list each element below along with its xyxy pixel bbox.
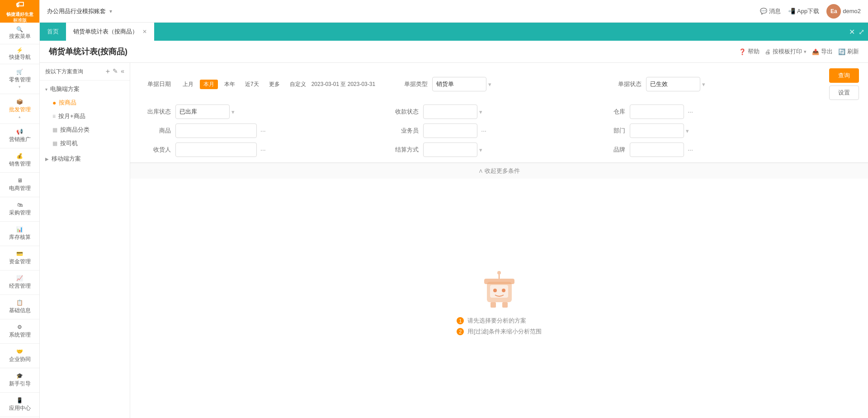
svg-point-8 xyxy=(497,271,501,275)
svg-rect-5 xyxy=(491,302,496,308)
sidebar-item-marketing[interactable]: 📢 营销推广 xyxy=(0,124,39,148)
add-scheme-icon[interactable]: + xyxy=(106,67,110,76)
edit-scheme-icon[interactable]: ✎ xyxy=(113,67,118,76)
export-btn[interactable]: 📤 导出 xyxy=(812,48,833,56)
filter-cell-date: 单据日期 上月 本月 本年 近7天 更多 自定义 2023-03-01 至 20… xyxy=(139,80,396,89)
business-icon: 📈 xyxy=(16,275,23,281)
empty-state: 1 请先选择要分析的方案 2 用[过滤]条件来缩小分析范围 xyxy=(130,179,868,418)
payment-input[interactable] xyxy=(423,104,477,119)
sales-label: 销售管理 xyxy=(9,160,31,168)
sidebar-item-ecommerce[interactable]: 🖥 电商管理 xyxy=(0,173,39,197)
tab-sales-stats[interactable]: 销货单统计表（按商品） ✕ xyxy=(66,23,154,41)
filter-cell-goods: 商品 ··· xyxy=(139,124,387,138)
enterprise-icon: 🤝 xyxy=(16,348,23,355)
date-more-btn[interactable]: 更多 xyxy=(265,80,283,89)
receiver-dots-icon[interactable]: ··· xyxy=(260,146,266,153)
staff-dots-icon[interactable]: ··· xyxy=(481,127,486,134)
sidebar-logo: 🏷 畅捷通好生意 标准版 xyxy=(0,0,39,23)
print-label: 按模板打印 xyxy=(773,48,802,56)
settlement-input[interactable] xyxy=(423,142,477,157)
by-driver-icon: ▦ xyxy=(52,140,57,147)
filter-cell-staff: 业务员 ··· xyxy=(387,124,594,138)
tree-node-mobile[interactable]: ▶ 移动端方案 xyxy=(40,152,130,166)
message-label: 消息 xyxy=(769,7,781,15)
topbar-left: 办公用品行业模拟账套 ▾ xyxy=(47,7,112,15)
warehouse-input[interactable] xyxy=(630,104,684,119)
sidebar-item-basics[interactable]: 📋 基础信息 xyxy=(0,295,39,319)
type-input[interactable] xyxy=(432,77,486,91)
sidebar-search-item[interactable]: 🔍 搜索菜单 xyxy=(0,23,39,44)
staff-label: 业务员 xyxy=(387,127,423,135)
tab-close-icon[interactable]: ✕ xyxy=(142,28,147,35)
sidebar-item-app[interactable]: 📱 应用中心 xyxy=(0,393,39,417)
page-content: 销货单统计表(按商品) ❓ 帮助 🖨 按模板打印 ▾ 📤 导出 🔄 刷新 xyxy=(40,41,868,418)
tree-node-pc[interactable]: ▾ 电脑端方案 xyxy=(40,82,130,96)
collapse-panel-icon[interactable]: « xyxy=(121,67,124,76)
tree-node-by-driver[interactable]: ▦ 按司机 xyxy=(40,137,130,150)
warehouse-dots-icon[interactable]: ··· xyxy=(688,108,693,115)
setup-button[interactable]: 设置 xyxy=(829,86,859,100)
date-7days-btn[interactable]: 近7天 xyxy=(241,80,263,89)
message-btn[interactable]: 💬 消息 xyxy=(760,7,781,15)
refresh-btn[interactable]: 🔄 刷新 xyxy=(838,48,859,56)
dept-dropdown-icon[interactable]: ▾ xyxy=(686,128,689,134)
left-panel: 按以下方案查询 + ✎ « ▾ 电脑端方案 ● xyxy=(40,63,130,418)
goods-dots-icon[interactable]: ··· xyxy=(260,127,266,134)
tree-node-by-goods[interactable]: ● 按商品 xyxy=(40,96,130,109)
sidebar-quicknav-item[interactable]: ⚡ 快捷导航 xyxy=(0,44,39,64)
sidebar-item-finance[interactable]: 💳 资金管理 xyxy=(0,246,39,271)
sidebar-item-business[interactable]: 📈 经营管理 xyxy=(0,271,39,295)
export-label: 导出 xyxy=(821,48,833,56)
tabbar: 首页 销货单统计表（按商品） ✕ ✕ ⤢ xyxy=(40,23,868,41)
print-btn[interactable]: 🖨 按模板打印 ▾ xyxy=(765,48,807,56)
staff-input[interactable] xyxy=(423,124,477,138)
status-dropdown-icon[interactable]: ▾ xyxy=(702,81,705,88)
close-window-icon[interactable]: ✕ xyxy=(849,28,855,36)
sidebar-item-purchase[interactable]: 🛍 采购管理 xyxy=(0,197,39,222)
inventory-icon: 📊 xyxy=(16,226,23,233)
sidebar: 🏷 畅捷通好生意 标准版 🔍 搜索菜单 ⚡ 快捷导航 🛒 零售管理 ▾ 📦 批发… xyxy=(0,0,40,418)
topbar-dropdown-icon[interactable]: ▾ xyxy=(109,8,112,14)
date-this-month-btn[interactable]: 本月 xyxy=(200,80,218,89)
outbound-input[interactable] xyxy=(175,104,230,119)
date-this-year-btn[interactable]: 本年 xyxy=(221,80,239,89)
filter-cell-status: 单据状态 ▾ xyxy=(610,77,824,91)
finance-label: 资金管理 xyxy=(9,258,31,266)
date-custom-btn[interactable]: 自定义 xyxy=(286,80,310,89)
brand-input[interactable] xyxy=(630,142,684,157)
tip-text-1: 请先选择要分析的方案 xyxy=(467,317,526,325)
print-arrow[interactable]: ▾ xyxy=(804,49,807,55)
payment-dropdown-icon[interactable]: ▾ xyxy=(479,109,482,115)
settlement-dropdown-icon[interactable]: ▾ xyxy=(479,147,482,153)
sidebar-item-system[interactable]: ⚙ 系统管理 xyxy=(0,319,39,344)
svg-rect-6 xyxy=(502,302,508,308)
sidebar-item-wholesale[interactable]: 📦 批发管理 ▴ xyxy=(0,94,39,124)
sidebar-item-retail[interactable]: 🛒 零售管理 ▾ xyxy=(0,64,39,94)
tree-node-by-category[interactable]: ▦ 按商品分类 xyxy=(40,123,130,137)
outbound-dropdown-icon[interactable]: ▾ xyxy=(231,109,235,115)
system-label: 系统管理 xyxy=(9,331,31,339)
goods-input[interactable] xyxy=(175,124,257,138)
type-dropdown-icon[interactable]: ▾ xyxy=(488,81,491,88)
user-info[interactable]: Ea demo2 xyxy=(826,4,861,19)
tab-home[interactable]: 首页 xyxy=(40,23,66,41)
basics-icon: 📋 xyxy=(16,299,23,306)
app-download-btn[interactable]: 📲 App下载 xyxy=(788,7,819,15)
date-last-month-btn[interactable]: 上月 xyxy=(179,80,197,89)
sidebar-item-enterprise[interactable]: 🤝 企业协同 xyxy=(0,344,39,368)
help-btn[interactable]: ❓ 帮助 xyxy=(739,48,760,56)
collapse-more-btn[interactable]: ∧ 收起更多条件 xyxy=(130,163,868,179)
expand-icon[interactable]: ⤢ xyxy=(859,28,864,36)
avatar: Ea xyxy=(826,4,841,19)
brand-dots-icon[interactable]: ··· xyxy=(688,146,693,153)
sidebar-item-sales[interactable]: 💰 销售管理 xyxy=(0,148,39,173)
status-input[interactable] xyxy=(646,77,700,91)
sidebar-item-inventory[interactable]: 📊 库存核算 xyxy=(0,222,39,246)
tree-node-by-month-goods[interactable]: ≡ 按月+商品 xyxy=(40,109,130,123)
download-icon: 📲 xyxy=(788,8,795,14)
query-button[interactable]: 查询 xyxy=(829,68,859,83)
receiver-input[interactable] xyxy=(175,142,257,157)
sidebar-item-guide[interactable]: 🎓 新手引导 xyxy=(0,368,39,393)
dept-input[interactable] xyxy=(630,124,684,138)
tip-text-2: 用[过滤]条件来缩小分析范围 xyxy=(467,328,541,336)
